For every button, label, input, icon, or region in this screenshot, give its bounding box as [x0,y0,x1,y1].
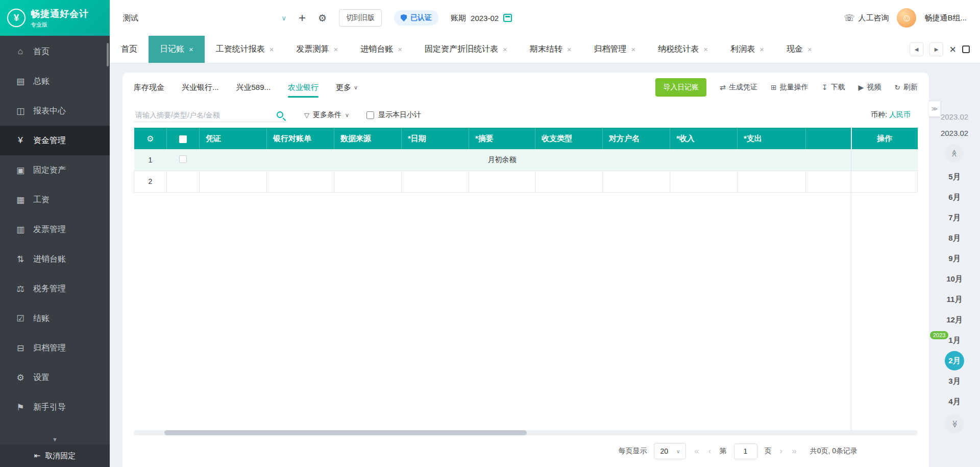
sidebar-item-home[interactable]: ⌂ 首页 [0,37,110,66]
horizontal-scrollbar[interactable] [134,430,918,435]
entry-cell[interactable] [167,171,200,192]
cancel-pin-button[interactable]: ⇤ 取消固定 [0,445,110,467]
generate-voucher-button[interactable]: ⇄ 生成凭证 [720,83,757,92]
entry-cell[interactable] [806,171,851,192]
horizontal-scrollbar-thumb[interactable] [164,430,527,435]
search-icon[interactable] [277,111,283,118]
sidebar-item-invoice-management[interactable]: ▥ 发票管理 [0,215,110,244]
panel-collapse-icon[interactable]: ≫ [929,101,940,116]
switch-old-version-button[interactable]: 切到旧版 [339,9,382,27]
sidebar-item-settings[interactable]: ⚙ 设置 [0,363,110,392]
accounting-period[interactable]: 账期 2023-02 [451,13,512,23]
close-icon[interactable]: × [631,45,636,54]
close-icon[interactable]: × [189,45,193,54]
first-page-button[interactable]: « [693,446,700,456]
close-icon[interactable]: × [503,45,507,54]
row-checkbox[interactable] [179,155,187,163]
subtab-xingye-589[interactable]: 兴业589... [236,73,271,102]
month-item-february-active[interactable]: 2月 [945,351,964,370]
entry-cell[interactable] [535,171,603,192]
subtab-agricultural-bank[interactable]: 农业银行 [288,73,318,102]
column-settings-gear-icon[interactable]: ⚙ [146,134,154,143]
sidebar-item-payroll[interactable]: ▦ 工资 [0,185,110,215]
video-button[interactable]: ▶ 视频 [858,83,881,92]
sidebar-item-general-ledger[interactable]: ▤ 总账 [0,66,110,96]
month-item-may[interactable]: 5月 [939,167,970,187]
entry-cell[interactable] [402,171,469,192]
entry-cell[interactable] [603,171,670,192]
tab-invoice-estimate[interactable]: 发票测算 × [285,36,350,63]
entry-cell[interactable] [670,171,738,192]
tab-period-end-transfer[interactable]: 期末结转 × [519,36,583,63]
entry-cell[interactable] [469,171,535,192]
sidebar-item-purchase-sales-ledger[interactable]: ⇅ 进销台账 [0,244,110,274]
search-input[interactable] [135,111,277,119]
month-item-november[interactable]: 11月 [939,289,970,310]
tab-scroll-left-button[interactable]: ◀ [910,42,923,56]
entry-cell[interactable] [334,171,402,192]
tab-archive-management[interactable]: 归档管理 × [583,36,647,63]
months-scroll-up-button[interactable]: ≪ [945,144,964,162]
refresh-button[interactable]: ↻ 刷新 [894,83,918,92]
subtab-more[interactable]: 更多 ∨ [336,73,358,102]
tab-payroll-report[interactable]: 工资统计报表 × [205,36,285,63]
months-scroll-down-button[interactable]: ≪ [945,415,964,433]
close-icon[interactable]: × [334,45,338,54]
tab-profit-statement[interactable]: 利润表 × [719,36,775,63]
subtab-cash-on-hand[interactable]: 库存现金 [134,73,164,102]
sidebar-item-fixed-assets[interactable]: ▣ 固定资产 [0,155,110,185]
sidebar-scrollbar[interactable] [107,43,109,66]
tab-cash[interactable]: 现金 × [775,36,823,63]
close-all-tabs-button[interactable]: × [949,44,956,55]
month-item-december[interactable]: 12月 [939,310,970,330]
tab-tax-report[interactable]: 纳税统计表 × [647,36,719,63]
close-icon[interactable]: × [398,45,402,54]
sidebar-item-tax-management[interactable]: ⚖ 税务管理 [0,274,110,303]
sidebar-item-beginner-guide[interactable]: ⚑ 新手引导 [0,392,110,422]
month-item-september[interactable]: 9月 [939,248,970,269]
more-conditions-button[interactable]: ▽ 更多条件 ∨ [304,110,349,120]
user-name[interactable]: 畅捷通B组... [924,13,967,23]
fullscreen-icon[interactable] [962,45,970,53]
month-item-july[interactable]: 7月 [939,207,970,228]
tab-scroll-right-button[interactable]: ▶ [929,42,943,56]
previous-page-button[interactable]: ‹ [707,446,713,456]
batch-operation-button[interactable]: ⊞ 批量操作 [771,83,808,92]
tab-journal[interactable]: 日记账 × [149,36,205,63]
entry-cell[interactable] [738,171,806,192]
subtab-xingye-bank[interactable]: 兴业银行... [182,73,219,102]
close-icon[interactable]: × [807,45,812,54]
show-daily-subtotal-checkbox[interactable] [366,111,374,119]
sidebar-item-report-center[interactable]: ◫ 报表中心 [0,96,110,126]
month-item-april[interactable]: 4月 [939,391,970,412]
sidebar-item-archive-management[interactable]: ⊟ 归档管理 [0,333,110,363]
download-button[interactable]: ↧ 下载 [822,83,845,92]
import-journal-button[interactable]: 导入日记账 [655,78,706,97]
month-item-august[interactable]: 8月 [939,228,970,248]
per-page-select[interactable]: 20 ∨ [654,443,686,459]
sidebar-item-fund-management[interactable]: ¥ 资金管理 [0,126,110,155]
close-icon[interactable]: × [270,45,274,54]
workspace-selector[interactable]: 测试 ∨ [123,13,286,23]
entry-cell[interactable] [200,171,267,192]
selected-period[interactable]: 2023.02 [941,129,968,137]
month-item-june[interactable]: 6月 [939,187,970,207]
tab-home[interactable]: 首页 [110,36,149,63]
support-button[interactable]: ☏ 人工咨询 [844,13,889,24]
entry-cell[interactable] [851,171,918,192]
gear-icon[interactable]: ⚙ [318,12,327,24]
last-page-button[interactable]: » [791,446,797,456]
avatar[interactable]: ☺ [897,8,916,28]
close-icon[interactable]: × [567,45,572,54]
select-all-checkbox[interactable] [179,135,187,143]
close-icon[interactable]: × [703,45,708,54]
tab-depreciation-report[interactable]: 固定资产折旧统计表 × [413,36,519,63]
month-item-march[interactable]: 3月 [939,371,970,391]
month-item-october[interactable]: 10月 [939,269,970,289]
sidebar-item-closing[interactable]: ☑ 结账 [0,303,110,333]
entry-cell[interactable] [267,171,334,192]
sidebar-scroll-down-icon[interactable]: ▼ [0,434,110,445]
tab-purchase-sales-ledger[interactable]: 进销台账 × [349,36,413,63]
page-number-input[interactable] [734,443,757,459]
add-button[interactable]: + [299,12,306,24]
